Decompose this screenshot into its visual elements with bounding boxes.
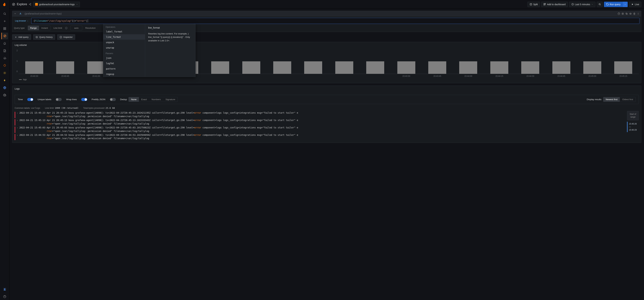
ac-item[interactable]: regexp (103, 71, 145, 77)
run-query-options[interactable] (623, 2, 628, 7)
chart-bar (397, 61, 415, 74)
query-history-button[interactable]: Query history (33, 34, 55, 40)
logs-title: Logs (12, 86, 641, 92)
globe-icon[interactable] (1, 84, 8, 91)
svg-point-29 (630, 13, 631, 14)
datasource-picker[interactable]: grafanacloud-yourstackname-logs (33, 2, 80, 7)
time-toggle[interactable] (27, 98, 33, 101)
gear-icon[interactable] (1, 92, 8, 98)
resolution-label: Resolution (85, 27, 96, 29)
order-seg-newest-first[interactable]: Newest first (603, 97, 620, 102)
info-icon[interactable] (65, 27, 68, 29)
display-results-label: Display results (587, 98, 602, 101)
ac-item[interactable]: line_format (103, 34, 145, 40)
doc-icon[interactable] (1, 47, 8, 54)
add-query-button[interactable]: Add query (12, 34, 31, 40)
chart-bar (521, 61, 539, 74)
svg-rect-1 (4, 27, 4, 28)
explore-icon[interactable] (1, 33, 8, 39)
copy-icon[interactable] (625, 12, 628, 15)
dedup-seg-exact[interactable]: Exact (139, 97, 149, 102)
dedup-seg-signature[interactable]: Signature (163, 97, 178, 102)
ac-doc-body: Rewrites log line content. For example, … (148, 32, 192, 42)
bell-icon[interactable] (1, 40, 8, 47)
wrap-lines-label: Wrap lines (66, 98, 77, 101)
toggle-icon[interactable] (622, 12, 624, 15)
dedup-seg-none[interactable]: None (129, 97, 139, 102)
dedup-seg-numbers[interactable]: Numbers (149, 97, 163, 102)
trash-icon[interactable] (633, 12, 636, 15)
bolt-icon[interactable] (1, 77, 8, 84)
ac-item[interactable]: logfmt (103, 61, 145, 66)
prettify-json-toggle[interactable] (110, 98, 116, 101)
topbar: Explore grafanacloud-yourstackname-logs … (10, 0, 644, 9)
zoom-out-button[interactable] (597, 2, 603, 7)
query-type-instant[interactable]: Instant (39, 26, 50, 30)
grafana-logo[interactable] (2, 2, 8, 7)
eye-icon[interactable] (629, 12, 632, 15)
oncall-icon[interactable] (1, 70, 8, 76)
svg-point-16 (29, 4, 30, 5)
log-row: ›2022-04-21 15:45:23Apr 21 20:45:23 boxu… (15, 111, 626, 118)
logs-controls: Time Unique labels Wrap lines Prettify J… (15, 95, 639, 104)
chart-bar (211, 61, 229, 74)
chart-bar (583, 61, 601, 74)
query-ref-id[interactable]: A (18, 12, 23, 15)
ac-item[interactable]: json (103, 55, 145, 61)
chart-bar (25, 61, 43, 74)
chart-bar (428, 61, 446, 74)
line-limit-input[interactable]: auto (70, 25, 82, 30)
expand-log-icon[interactable]: › (17, 126, 18, 133)
plus-icon[interactable] (1, 18, 8, 24)
add-to-dashboard-button[interactable]: Add to dashboard (541, 2, 568, 7)
wrap-lines-toggle[interactable] (81, 98, 87, 101)
help-icon[interactable] (618, 12, 620, 15)
loki-icon (35, 3, 38, 6)
drag-icon[interactable] (637, 12, 640, 15)
avatar-icon[interactable] (1, 286, 8, 293)
live-button[interactable]: Live (629, 2, 641, 7)
ac-item[interactable]: unwrap (103, 45, 145, 50)
logql-input[interactable]: {filename="/var/log/syslog"} |="error" | (31, 18, 640, 24)
share-icon[interactable] (29, 3, 31, 5)
compass-icon (12, 3, 15, 6)
autocomplete-popup: Operatorslabel_formatline_formatunpackun… (103, 24, 196, 77)
svg-point-33 (638, 13, 638, 14)
expand-log-icon[interactable]: › (17, 118, 18, 126)
svg-rect-4 (5, 29, 6, 30)
ac-item[interactable]: unpack (103, 40, 145, 45)
log-timestamp: 2022-04-21 15:45:03 (19, 126, 45, 133)
log-timestamp: 2022-04-21 15:45:13 (19, 118, 45, 126)
unique-labels-toggle[interactable] (56, 98, 62, 101)
time-range-label: Last 5 minutes (575, 3, 590, 6)
search-icon[interactable] (1, 10, 8, 17)
svg-point-31 (638, 13, 638, 13)
query-row-header: A (grafanacloud-yourstackname-logs) (12, 11, 641, 16)
svg-point-13 (12, 3, 15, 5)
chart-bar (304, 61, 322, 74)
apps-icon[interactable] (1, 25, 8, 32)
ml-icon[interactable] (1, 62, 8, 69)
expand-log-icon[interactable]: › (17, 133, 18, 140)
svg-point-32 (638, 13, 638, 14)
inspector-button[interactable]: Inspector (57, 34, 75, 40)
query-type-range[interactable]: Range (28, 26, 39, 30)
ac-item[interactable]: label_format (103, 29, 145, 34)
cloud-icon[interactable] (1, 55, 8, 61)
run-query-button[interactable]: Run query (604, 2, 628, 7)
chevron-down-icon[interactable] (14, 12, 16, 15)
ac-item[interactable]: pattern (103, 66, 145, 71)
order-segment: Newest firstOldest first (603, 97, 636, 102)
split-button[interactable]: Split (528, 2, 540, 7)
order-seg-oldest-first[interactable]: Oldest first (620, 97, 636, 102)
dedup-label: Dedup (120, 98, 127, 101)
chart-bar (459, 61, 477, 74)
help-icon[interactable] (1, 293, 8, 300)
time-range-picker[interactable]: Last 5 minutes (569, 2, 596, 7)
chart-bar (242, 61, 260, 74)
expand-log-icon[interactable]: › (17, 111, 18, 118)
chart-bar (335, 61, 353, 74)
ac-doc-title: line_format (148, 26, 192, 29)
out-of-range-hint[interactable]: Start of range (627, 111, 639, 120)
log-browser-button[interactable]: Log browser (14, 20, 30, 22)
